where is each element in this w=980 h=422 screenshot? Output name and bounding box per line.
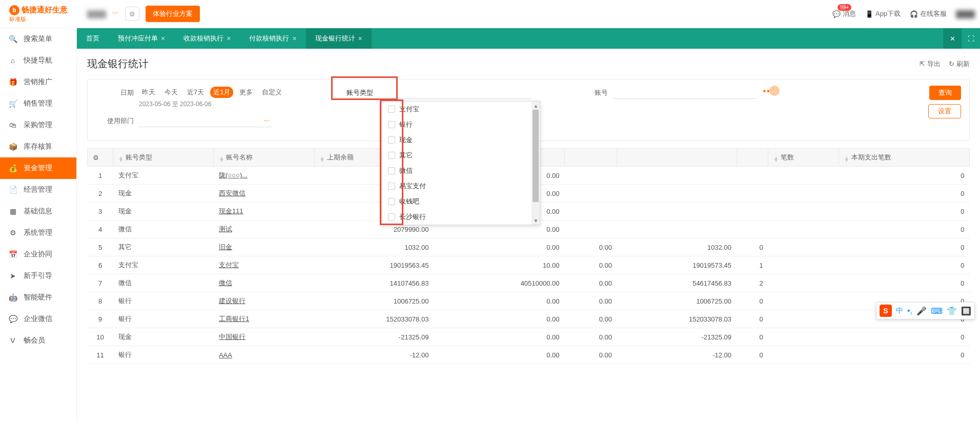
ime-mic-icon[interactable]: 🎤: [916, 306, 927, 316]
checkbox[interactable]: [388, 152, 395, 159]
sidebar-item-企业微信[interactable]: 💬企业微信: [0, 308, 76, 330]
column-settings-icon[interactable]: ⚙: [88, 149, 113, 167]
chevron-down-icon[interactable]: ﹀: [263, 117, 270, 126]
sort-icon[interactable]: ▲▼: [219, 156, 224, 162]
tab-预付冲应付单[interactable]: 预付冲应付单×: [109, 28, 174, 49]
column-header[interactable]: ▲▼笔数: [768, 149, 839, 167]
cell-name[interactable]: 测试: [214, 220, 314, 238]
sidebar-item-资金管理[interactable]: 💰资金管理: [0, 157, 76, 179]
checkbox[interactable]: [388, 183, 395, 190]
tab-收款核销执行[interactable]: 收款核销执行×: [174, 28, 240, 49]
date-option-近1月[interactable]: 近1月: [210, 87, 233, 98]
dropdown-item-现金[interactable]: 现金: [382, 132, 540, 148]
sidebar-item-快捷导航[interactable]: ⌂快捷导航: [0, 50, 76, 71]
ime-toolbox-icon[interactable]: 🔲: [961, 306, 971, 316]
date-option-自定义[interactable]: 自定义: [259, 87, 285, 98]
tab-首页[interactable]: 首页: [77, 28, 109, 49]
sidebar-item-销售管理[interactable]: 🛒销售管理: [0, 93, 76, 114]
dept-input[interactable]: [139, 115, 272, 127]
experience-button[interactable]: 体验行业方案: [146, 6, 200, 22]
checkbox[interactable]: [388, 106, 395, 113]
dropdown-item-微信[interactable]: 微信: [382, 163, 540, 178]
account-type-input[interactable]: [377, 87, 531, 99]
sidebar-item-畅会员[interactable]: V畅会员: [0, 330, 76, 351]
close-icon[interactable]: ×: [292, 34, 296, 43]
dropdown-item-其它[interactable]: 其它: [382, 148, 540, 163]
checkbox[interactable]: [388, 198, 395, 205]
sidebar-item-智能硬件[interactable]: 🤖智能硬件: [0, 287, 76, 308]
date-option-今天[interactable]: 今天: [161, 87, 181, 98]
sidebar-item-基础信息[interactable]: ▦基础信息: [0, 200, 76, 222]
fullscreen-button[interactable]: ⛶: [962, 28, 980, 49]
scrollbar-thumb[interactable]: [533, 110, 539, 202]
sidebar-item-搜索菜单[interactable]: 🔍搜索菜单: [0, 28, 76, 50]
checkbox[interactable]: [388, 213, 395, 220]
ime-keyboard-icon[interactable]: ⌨: [931, 306, 943, 316]
dropdown-item-长沙银行[interactable]: 长沙银行: [382, 209, 540, 225]
scroll-down-icon[interactable]: ▼: [532, 216, 540, 225]
sidebar-item-经营管理[interactable]: 📄经营管理: [0, 179, 76, 200]
cell-name[interactable]: 建设银行: [214, 292, 314, 310]
cell-name[interactable]: 微信: [214, 274, 314, 292]
checkbox[interactable]: [388, 167, 395, 174]
query-button[interactable]: 查询: [929, 86, 961, 100]
tab-付款核销执行[interactable]: 付款核销执行×: [240, 28, 305, 49]
close-icon[interactable]: ×: [227, 34, 231, 43]
cell-name[interactable]: 现金111: [214, 203, 314, 220]
messages-button[interactable]: 💬 消息 99+: [832, 9, 856, 18]
column-header[interactable]: [617, 149, 737, 167]
checkbox[interactable]: [388, 121, 395, 128]
dropdown-item-易宝支付[interactable]: 易宝支付: [382, 178, 540, 194]
date-option-近7天[interactable]: 近7天: [184, 87, 207, 98]
close-icon[interactable]: ×: [358, 34, 362, 43]
cell-name[interactable]: 陇(○○○)...: [214, 167, 314, 185]
ime-toolbar[interactable]: S 中 •, 🎤 ⌨ 👕 🔲: [876, 302, 975, 319]
sort-icon[interactable]: ▲▼: [844, 156, 849, 162]
sidebar-item-采购管理[interactable]: 🛍采购管理: [0, 114, 76, 136]
column-header[interactable]: [565, 149, 617, 167]
cell-name[interactable]: 旧金: [214, 238, 314, 256]
close-tab-button[interactable]: ✕: [943, 28, 962, 49]
settings-button[interactable]: 设置: [928, 104, 961, 118]
sidebar-item-新手引导[interactable]: ➤新手引导: [0, 265, 76, 287]
dropdown-item-收钱吧[interactable]: 收钱吧: [382, 194, 540, 209]
ime-lang[interactable]: 中: [896, 306, 903, 315]
cell-name[interactable]: 中国银行: [214, 328, 314, 346]
account-type-field[interactable]: 账号类型 ▲ ▼ 支付宝银行现金其它: [346, 87, 531, 99]
column-header[interactable]: [737, 149, 768, 167]
cell-name[interactable]: 西安微信: [214, 185, 314, 203]
sidebar-item-企业协同[interactable]: 📅企业协同: [0, 244, 76, 265]
date-option-更多[interactable]: 更多: [236, 87, 256, 98]
column-header[interactable]: ▲▼账号类型: [113, 149, 214, 167]
sort-icon[interactable]: ▲▼: [320, 156, 325, 162]
column-header[interactable]: ▲▼账号名称: [214, 149, 314, 167]
ime-punct-icon[interactable]: •,: [907, 306, 912, 315]
date-option-昨天[interactable]: 昨天: [139, 87, 158, 98]
sidebar-item-系统管理[interactable]: ⚙系统管理: [0, 222, 76, 244]
online-service-button[interactable]: 🎧在线客服: [910, 9, 947, 18]
store-selector[interactable]: ████: [87, 10, 106, 18]
sort-icon[interactable]: ▲▼: [118, 156, 124, 162]
sidebar-item-库存核算[interactable]: 📦库存核算: [0, 136, 76, 157]
dropdown-item-银行[interactable]: 银行: [382, 117, 540, 132]
column-header[interactable]: ▲▼本期支出笔数: [839, 149, 969, 167]
app-download-button[interactable]: 📱App下载: [865, 9, 901, 18]
sidebar-item-营销推广[interactable]: 🎁营销推广: [0, 71, 76, 93]
dropdown-scrollbar[interactable]: ▲ ▼: [532, 102, 540, 225]
user-menu[interactable]: ████: [956, 10, 975, 18]
tab-现金银行统计[interactable]: 现金银行统计×: [306, 28, 372, 49]
chevron-down-icon[interactable]: ﹀: [112, 9, 119, 18]
refresh-button[interactable]: ↻刷新: [949, 59, 970, 69]
collapse-button[interactable]: ︿: [769, 86, 780, 96]
settings-icon[interactable]: ⚙: [125, 7, 139, 21]
cell-name[interactable]: AAA: [214, 346, 314, 364]
sort-icon[interactable]: ▲▼: [773, 156, 779, 162]
close-icon[interactable]: ×: [161, 34, 165, 43]
ime-skin-icon[interactable]: 👕: [947, 306, 957, 316]
account-input[interactable]: [613, 87, 757, 99]
export-button[interactable]: ⇱导出: [920, 59, 941, 69]
checkbox[interactable]: [388, 136, 395, 144]
cell-name[interactable]: 工商银行1: [214, 310, 314, 328]
scroll-up-icon[interactable]: ▲: [532, 102, 540, 110]
cell-name[interactable]: 支付宝: [214, 256, 314, 274]
